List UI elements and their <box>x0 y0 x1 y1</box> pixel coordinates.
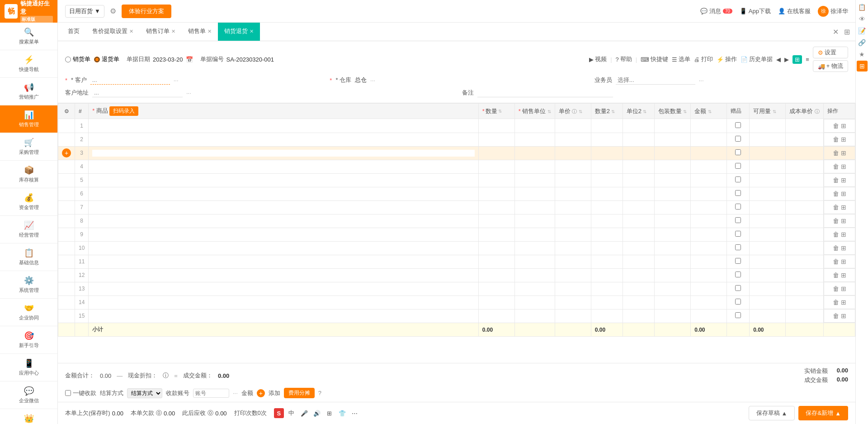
qty2-cell[interactable] <box>591 133 623 146</box>
delete-row-btn[interactable]: 🗑 <box>833 216 839 226</box>
view-grid-btn[interactable]: ⊞ <box>793 55 802 64</box>
unit2-cell[interactable] <box>623 309 654 323</box>
gift-cell[interactable] <box>727 133 750 146</box>
scan-btn[interactable]: 扫码录入 <box>109 106 138 116</box>
footer-icon-shirt[interactable]: 👕 <box>337 408 347 418</box>
gift-checkbox[interactable] <box>735 136 741 142</box>
delete-row-btn[interactable]: 🗑 <box>833 229 839 239</box>
toolbar-history[interactable]: 📄 历史单据 <box>741 55 773 63</box>
qty2-cell[interactable] <box>591 282 623 295</box>
row-gear[interactable] <box>58 228 75 241</box>
qty-cell[interactable] <box>478 282 514 295</box>
amount-cell[interactable] <box>691 133 727 146</box>
pack-cell[interactable] <box>654 200 690 214</box>
row-gear[interactable] <box>58 119 75 133</box>
product-input[interactable] <box>92 150 474 157</box>
gift-checkbox[interactable] <box>735 258 741 264</box>
price-cell[interactable] <box>555 214 591 228</box>
amount-cell[interactable] <box>691 241 727 255</box>
experience-btn[interactable]: 体验行业方案 <box>122 5 171 18</box>
toolbar-help[interactable]: ? 帮助 <box>616 55 632 63</box>
qty2-cell[interactable] <box>591 295 623 309</box>
gift-cell[interactable] <box>727 241 750 255</box>
unit-cell[interactable] <box>514 282 555 295</box>
amount-cell[interactable] <box>691 295 727 309</box>
gift-checkbox[interactable] <box>735 176 741 182</box>
right-action-star[interactable]: ★ <box>857 49 868 60</box>
amount-cell[interactable] <box>691 119 727 133</box>
right-action-copy[interactable]: 📋 <box>857 2 868 13</box>
unit2-cell[interactable] <box>623 228 654 241</box>
copy-row-btn[interactable]: ⊞ <box>841 243 846 253</box>
unit2-cell[interactable] <box>623 295 654 309</box>
toolbar-select[interactable]: ☰ 选单 <box>672 55 690 63</box>
app-download-btn[interactable]: 📱 App下载 <box>740 7 771 15</box>
pack-cell[interactable] <box>654 268 690 282</box>
row-gear[interactable]: + <box>58 146 75 160</box>
sidebar-item-marketing[interactable]: 📢 营销推广 <box>0 78 57 105</box>
amount-cell[interactable] <box>691 187 727 200</box>
add-payment-btn[interactable]: + <box>257 389 265 397</box>
gift-checkbox[interactable] <box>735 299 741 305</box>
topbar-gear-icon[interactable]: ⚙ <box>110 7 116 15</box>
pack-cell[interactable] <box>654 160 690 173</box>
delete-row-btn[interactable]: 🗑 <box>833 189 839 199</box>
gift-checkbox[interactable] <box>735 272 741 277</box>
right-action-note[interactable]: 📝 <box>857 25 868 36</box>
qty2-cell[interactable] <box>591 173 623 187</box>
delete-row-btn[interactable]: 🗑 <box>833 311 839 321</box>
pack-cell[interactable] <box>654 173 690 187</box>
price-cell[interactable] <box>555 160 591 173</box>
price-cell[interactable] <box>555 241 591 255</box>
copy-row-btn[interactable]: ⊞ <box>841 229 846 239</box>
gift-cell[interactable] <box>727 146 750 160</box>
unit-cell[interactable] <box>514 119 555 133</box>
row-gear[interactable] <box>58 173 75 187</box>
sidebar-item-shortcut[interactable]: ⚡ 快捷导航 <box>0 50 57 78</box>
unit2-cell[interactable] <box>623 187 654 200</box>
tab-expand-icon[interactable]: ⊞ <box>842 28 852 36</box>
amount-cell[interactable] <box>691 268 727 282</box>
amount-cell[interactable] <box>691 160 727 173</box>
account-more-icon[interactable]: ··· <box>233 390 238 396</box>
row-gear[interactable] <box>58 282 75 295</box>
gift-cell[interactable] <box>727 160 750 173</box>
tab-close-all-icon[interactable]: ✕ <box>831 28 840 36</box>
row-gear[interactable] <box>58 309 75 323</box>
tab-home[interactable]: 首页 <box>61 23 86 41</box>
price-cell[interactable] <box>555 228 591 241</box>
qty2-cell[interactable] <box>591 214 623 228</box>
industry-select[interactable]: 日用百货 ▼ <box>65 5 104 18</box>
staff-input[interactable] <box>616 76 695 85</box>
amount-cell[interactable] <box>691 173 727 187</box>
delete-row-btn[interactable]: 🗑 <box>833 257 839 267</box>
tab-sales[interactable]: 销售单 ✕ <box>182 23 218 41</box>
unit2-cell[interactable] <box>623 119 654 133</box>
qty-cell[interactable] <box>478 187 514 200</box>
gift-cell[interactable] <box>727 173 750 187</box>
price-cell[interactable] <box>555 200 591 214</box>
add-row-btn[interactable]: + <box>62 148 71 157</box>
qty2-cell[interactable] <box>591 187 623 200</box>
qty2-cell[interactable] <box>591 200 623 214</box>
unit2-cell[interactable] <box>623 282 654 295</box>
unit-cell[interactable] <box>514 160 555 173</box>
onepay-checkbox[interactable]: 一键收款 <box>65 389 96 397</box>
pack-cell[interactable] <box>654 228 690 241</box>
gift-checkbox[interactable] <box>735 122 741 128</box>
qty-cell[interactable] <box>478 295 514 309</box>
copy-row-btn[interactable]: ⊞ <box>841 148 846 158</box>
toolbar-print[interactable]: 🖨 打印 <box>694 55 713 63</box>
qty-cell[interactable] <box>478 228 514 241</box>
product-cell[interactable] <box>89 146 478 160</box>
delete-row-btn[interactable]: 🗑 <box>833 284 839 294</box>
qty-cell[interactable] <box>478 200 514 214</box>
price-cell[interactable] <box>555 282 591 295</box>
row-gear[interactable] <box>58 255 75 268</box>
right-action-eye[interactable]: 👁 <box>857 14 868 24</box>
row-gear[interactable] <box>58 200 75 214</box>
gift-checkbox[interactable] <box>735 244 741 250</box>
tab-sales-order[interactable]: 销售订单 ✕ <box>140 23 182 41</box>
account-input[interactable] <box>193 389 229 398</box>
qty2-cell[interactable] <box>591 309 623 323</box>
